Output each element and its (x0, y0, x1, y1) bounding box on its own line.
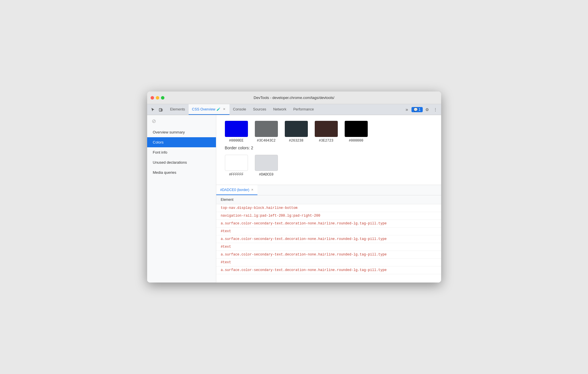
panel-content: #0000EE #3C4043C2 #263238 #3E2723 (216, 115, 441, 283)
element-row-7[interactable]: #text (216, 259, 441, 266)
tab-elements-label: Elements (170, 107, 185, 111)
color-item-0: #0000EE (225, 121, 248, 143)
close-button[interactable] (151, 96, 154, 100)
blocked-icon: ⊘ (147, 115, 216, 127)
tab-css-overview-close[interactable]: ✕ (222, 107, 226, 111)
sidebar-unused-label: Unused declarations (153, 160, 187, 165)
maximize-button[interactable] (161, 96, 164, 100)
color-detail-tabs: #DADCE0 (border) ✕ (216, 185, 441, 195)
element-row-5[interactable]: #text (216, 243, 441, 251)
border-color-item-1: #DADCE0 (255, 155, 278, 177)
color-detail-tab[interactable]: #DADCE0 (border) ✕ (216, 185, 257, 195)
sidebar-item-media-queries[interactable]: Media queries (147, 167, 216, 178)
sidebar-font-label: Font info (153, 150, 168, 154)
border-color-swatches: #FFFFFF #DADCE0 (225, 155, 433, 177)
elements-table-header: Element (216, 195, 441, 204)
sidebar: ⊘ Overview summary Colors Font info Unus… (147, 115, 216, 283)
elements-table: Element top-nav.display-block.hairline-b… (216, 195, 441, 283)
comment-count: 1 (419, 108, 421, 112)
tab-performance-label: Performance (293, 107, 314, 111)
tab-performance[interactable]: Performance (290, 104, 317, 115)
color-detail-panel: #DADCE0 (border) ✕ Element top-nav.displ… (216, 185, 441, 283)
traffic-lights (151, 96, 164, 100)
tab-sources-label: Sources (253, 107, 266, 111)
color-label-2: #263238 (289, 139, 303, 143)
color-swatch-4[interactable] (345, 121, 368, 137)
sidebar-item-unused-declarations[interactable]: Unused declarations (147, 157, 216, 167)
top-color-swatches: #0000EE #3C4043C2 #263238 #3E2723 (225, 121, 433, 143)
settings-button[interactable]: ⚙ (424, 106, 431, 113)
sidebar-item-font-info[interactable]: Font info (147, 147, 216, 157)
sidebar-item-colors[interactable]: Colors (147, 137, 216, 147)
color-detail-tab-label: #DADCE0 (border) (220, 188, 249, 192)
element-row-8[interactable]: a.surface.color-secondary-text.decoratio… (216, 266, 441, 274)
tab-css-overview-label: CSS Overview (192, 107, 215, 111)
tab-sources[interactable]: Sources (250, 104, 270, 115)
main-content: ⊘ Overview summary Colors Font info Unus… (147, 115, 441, 283)
title-bar: DevTools - developer.chrome.com/tags/dev… (147, 91, 441, 104)
experiment-icon: 🧪 (217, 107, 221, 111)
element-row-4[interactable]: a.surface.color-secondary-text.decoratio… (216, 235, 441, 243)
tab-bar-right: » 💬 1 ⚙ ⋮ (403, 104, 439, 115)
devtools-window: DevTools - developer.chrome.com/tags/dev… (147, 91, 441, 283)
tab-elements[interactable]: Elements (167, 104, 189, 115)
color-swatch-3[interactable] (315, 121, 338, 137)
color-item-2: #263238 (285, 121, 308, 143)
color-swatch-0[interactable] (225, 121, 248, 137)
color-item-1: #3C4043C2 (255, 121, 278, 143)
tab-network-label: Network (273, 107, 287, 111)
border-label-1: #DADCE0 (259, 173, 273, 177)
tab-console[interactable]: Console (229, 104, 250, 115)
comment-icon: 💬 (414, 108, 418, 112)
border-color-item-0: #FFFFFF (225, 155, 248, 177)
cursor-icon[interactable] (149, 106, 156, 113)
device-toolbar-icon[interactable] (158, 106, 164, 113)
more-tabs-button[interactable]: » (403, 106, 410, 113)
sidebar-media-label: Media queries (153, 170, 177, 175)
color-label-0: #0000EE (229, 139, 243, 143)
color-detail-tab-close[interactable]: ✕ (251, 188, 253, 191)
colors-panel: #0000EE #3C4043C2 #263238 #3E2723 (216, 115, 441, 185)
element-row-6[interactable]: a.surface.color-secondary-text.decoratio… (216, 251, 441, 259)
color-swatch-2[interactable] (285, 121, 308, 137)
color-label-4: #000000 (349, 139, 363, 143)
border-label-0: #FFFFFF (229, 173, 243, 177)
color-item-3: #3E2723 (315, 121, 338, 143)
color-item-4: #000000 (345, 121, 368, 143)
tab-network[interactable]: Network (270, 104, 290, 115)
window-title: DevTools - developer.chrome.com/tags/dev… (254, 96, 334, 100)
border-swatch-1[interactable] (255, 155, 278, 171)
color-swatch-1[interactable] (255, 121, 278, 137)
comment-badge[interactable]: 💬 1 (411, 107, 423, 112)
element-row-1[interactable]: navigation-rail.lg:pad-left-200.lg:pad-r… (216, 212, 441, 220)
element-row-0[interactable]: top-nav.display-block.hairline-bottom (216, 204, 441, 212)
devtools-controls (149, 104, 164, 115)
border-swatch-0[interactable] (225, 155, 248, 171)
tab-css-overview[interactable]: CSS Overview 🧪 ✕ (189, 104, 229, 115)
tab-bar: Elements CSS Overview 🧪 ✕ Console Source… (147, 104, 441, 115)
element-row-2[interactable]: a.surface.color-secondary-text.decoratio… (216, 220, 441, 228)
more-options-button[interactable]: ⋮ (432, 106, 439, 113)
sidebar-overview-label: Overview summary (153, 130, 185, 134)
color-label-3: #3E2723 (319, 139, 333, 143)
color-label-1: #3C4043C2 (257, 139, 276, 143)
sidebar-colors-label: Colors (153, 140, 164, 144)
sidebar-item-overview-summary[interactable]: Overview summary (147, 127, 216, 137)
element-row-3[interactable]: #text (216, 228, 441, 235)
minimize-button[interactable] (156, 96, 159, 100)
border-colors-title: Border colors: 2 (225, 146, 433, 150)
tab-console-label: Console (233, 107, 246, 111)
